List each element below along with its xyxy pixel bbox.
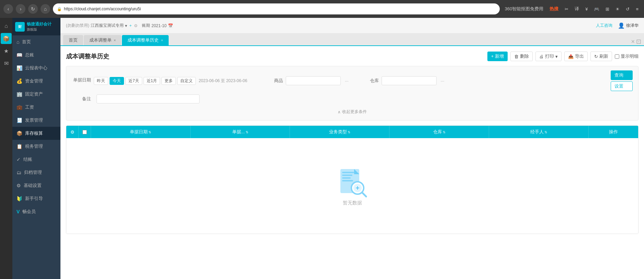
filter-settings-button[interactable]: 设置	[611, 81, 633, 91]
goods-filter-label: 商品	[264, 78, 283, 84]
translate-icon[interactable]: 译	[573, 4, 581, 13]
username: 徐泽华	[626, 23, 639, 29]
delete-button[interactable]: 🗑 删除	[510, 52, 533, 61]
date-btn-yesterday[interactable]: 昨天	[94, 77, 108, 85]
tab-home-label: 首页	[69, 37, 78, 43]
scissors-icon[interactable]: ✂	[563, 5, 570, 13]
sidebar-item-tax[interactable]: 📋 税务管理	[12, 140, 60, 153]
sidebar-item-fixed-assets[interactable]: 🏢 固定资产	[12, 88, 60, 101]
th-settings-icon[interactable]: ⚙	[66, 126, 79, 138]
address-bar[interactable]: 🔒 https://cloud.chanjet.com/accounting/u…	[53, 3, 500, 14]
date-range-text: 2023-06-06 至 2023-06-06	[199, 78, 247, 84]
user-info[interactable]: 👤 徐泽华	[618, 22, 639, 29]
settings-company-icon[interactable]: ⚙	[134, 23, 138, 28]
company-dropdown-icon[interactable]: ▾	[125, 23, 127, 28]
sidebar-item-funds[interactable]: 💰 资金管理	[12, 75, 60, 88]
th-date[interactable]: 单据日期 ⇅	[91, 126, 191, 138]
warehouse-more-icon[interactable]: ···	[441, 78, 444, 83]
add-company-icon[interactable]: ＋	[128, 23, 133, 29]
company-selector[interactable]: (勿删勿禁用) 江西服宝测试专用 ▾ ＋ ⚙	[66, 23, 138, 29]
game-icon[interactable]: 🎮	[592, 5, 601, 13]
print-icon: 🖨	[539, 54, 544, 59]
icon-bar-active[interactable]: 📦	[1, 33, 12, 44]
filter-row-1: 单据日期 昨天 今天 近7天 近1月 更多 自定义 2023-06-06 至 2…	[72, 70, 633, 91]
th-checkbox[interactable]	[79, 126, 91, 138]
sidebar-item-closing[interactable]: ✓ 结账	[12, 153, 60, 166]
goods-input[interactable]	[286, 76, 341, 85]
empty-state: 暂无数据	[66, 138, 638, 234]
refresh-button[interactable]: ↻	[28, 4, 38, 14]
export-button[interactable]: 📤 导出	[564, 52, 588, 61]
menu-icon[interactable]: ≡	[634, 5, 641, 13]
sidebar-item-archive[interactable]: 🗂 归档管理	[12, 166, 60, 179]
archive-icon: 🗂	[16, 170, 21, 175]
sidebar-item-invoice[interactable]: 🧾 发票管理	[12, 114, 60, 127]
th-type-label: 业务类型	[329, 129, 347, 135]
svg-line-8	[362, 192, 366, 197]
user-avatar-icon: 👤	[618, 22, 625, 29]
th-handler[interactable]: 经手人 ⇅	[489, 126, 589, 138]
warehouse-input[interactable]	[382, 76, 437, 85]
new-button[interactable]: + 新增	[487, 52, 508, 61]
sort-type-icon: ⇅	[348, 130, 350, 134]
sun-icon[interactable]: ☀	[613, 5, 622, 13]
refresh-icon: ↻	[594, 54, 598, 59]
tab-cost-adjust[interactable]: 成本调整单 ×	[84, 35, 121, 45]
th-type[interactable]: 业务类型 ⇅	[290, 126, 389, 138]
date-filter-content: 昨天 今天 近7天 近1月 更多 自定义 2023-06-06 至 2023-0…	[94, 77, 247, 85]
sidebar-item-label: 首页	[22, 39, 31, 45]
date-btn-1month[interactable]: 近1月	[144, 77, 160, 85]
date-btn-7days[interactable]: 近7天	[125, 77, 142, 85]
date-btn-today[interactable]: 今天	[110, 77, 124, 85]
home-button[interactable]: ⌂	[41, 4, 50, 14]
tab-cost-adjust-close[interactable]: ×	[114, 38, 116, 42]
collapse-more-btn[interactable]: ∧ 收起更多条件	[72, 107, 633, 116]
th-warehouse[interactable]: 仓库 ⇅	[389, 126, 489, 138]
invoice-icon: 🧾	[16, 118, 22, 123]
sidebar-item-member[interactable]: V 畅会员	[12, 205, 60, 218]
th-operations: 操作	[589, 126, 638, 138]
print-dropdown-icon[interactable]: ▾	[555, 54, 558, 59]
sidebar-item-label: 发票管理	[25, 117, 43, 123]
icon-bar-msg[interactable]: ✉	[1, 58, 12, 69]
tab-home[interactable]: 首页	[63, 35, 83, 45]
print-button[interactable]: 🖨 打印 ▾	[535, 52, 562, 61]
icon-bar-home[interactable]: ⌂	[1, 21, 12, 32]
date-btn-custom[interactable]: 自定义	[177, 77, 196, 85]
sidebar-item-settings[interactable]: ⚙ 基础设置	[12, 179, 60, 192]
sidebar-item-reports[interactable]: 📊 云报表中心	[12, 62, 60, 75]
sidebar-item-salary[interactable]: 💼 工资	[12, 101, 60, 114]
sidebar: 财 畅捷通好会计 旗舰版 ⌂ 首页 📖 总账 📊 云报表中心 💰 资金管理 🏢 …	[12, 18, 60, 279]
forward-button[interactable]: ›	[16, 4, 25, 14]
empty-illustration	[335, 166, 370, 200]
table-header: ⚙ 单据日期 ⇅ 单据... ⇅ 业务类型 ⇅	[66, 126, 638, 138]
sidebar-item-label: 税务管理	[25, 143, 43, 149]
sidebar-item-ledger[interactable]: 📖 总账	[12, 48, 60, 62]
sidebar-item-home[interactable]: ⌂ 首页	[12, 35, 60, 48]
sidebar-item-inventory[interactable]: 📦 库存核算	[12, 127, 60, 140]
back-button[interactable]: ‹	[3, 4, 13, 14]
tab-cost-adjust-history[interactable]: 成本调整单历史 ×	[122, 35, 168, 45]
refresh-button[interactable]: ↻ 刷新	[590, 52, 612, 61]
close-all-btn[interactable]: × ⊡	[631, 38, 644, 45]
query-button[interactable]: 查询	[611, 70, 633, 80]
note-input[interactable]	[97, 94, 200, 103]
th-handler-label: 经手人	[530, 129, 544, 135]
undo-icon[interactable]: ↺	[624, 5, 632, 13]
wallet-icon[interactable]: ¥	[583, 5, 590, 13]
show-columns-input[interactable]	[615, 54, 619, 59]
service-label[interactable]: 人工咨询	[596, 23, 612, 29]
grid-icon[interactable]: ⊞	[603, 5, 611, 13]
svg-rect-1	[342, 172, 354, 173]
sidebar-item-guide[interactable]: 🔰 新手引导	[12, 192, 60, 205]
goods-more-icon[interactable]: ···	[345, 78, 349, 83]
show-columns-checkbox[interactable]: 显示明细	[615, 53, 639, 59]
th-number[interactable]: 单据... ⇅	[191, 126, 290, 138]
tab-cost-adjust-history-close[interactable]: ×	[161, 38, 163, 42]
calendar-icon[interactable]: 📅	[168, 23, 173, 28]
collapse-label: 收起更多条件	[342, 109, 367, 115]
date-btn-more[interactable]: 更多	[161, 77, 176, 85]
icon-bar-star[interactable]: ★	[1, 45, 12, 56]
select-all-checkbox[interactable]	[82, 130, 87, 134]
sort-handler-icon: ⇅	[544, 130, 547, 134]
